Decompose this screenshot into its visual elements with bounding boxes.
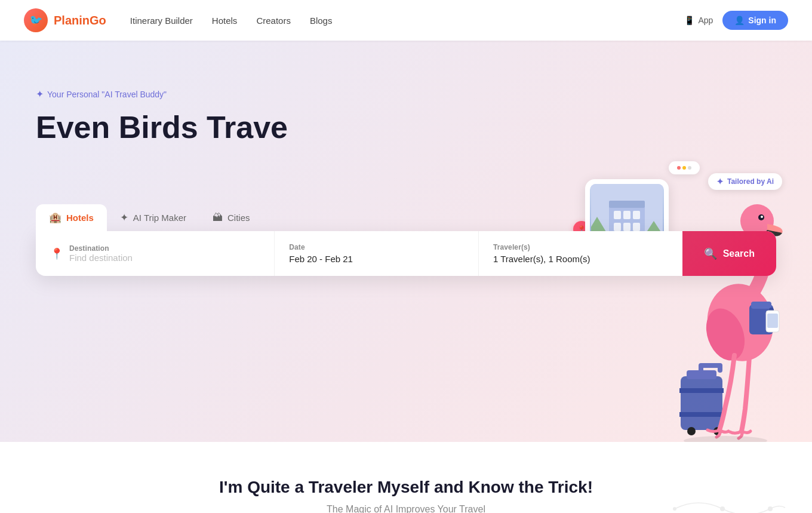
svg-rect-15	[687, 370, 716, 379]
hero-badge: ✦ Your Personal "AI Travel Buddy"	[36, 88, 167, 100]
svg-point-21	[687, 427, 696, 435]
travelers-field[interactable]: Traveler(s) 1 Traveler(s), 1 Room(s)	[479, 231, 682, 276]
hero-section: ✦ Your Personal "AI Travel Buddy" Even B…	[0, 0, 812, 442]
travelers-value: 1 Traveler(s), 1 Room(s)	[493, 254, 668, 264]
navbar: 🐦 PlaninGo Itinerary Builder Hotels Crea…	[0, 0, 812, 41]
bubble-dots	[677, 166, 691, 170]
svg-rect-20	[699, 363, 722, 368]
svg-rect-18	[699, 364, 703, 373]
dot-2	[682, 166, 686, 170]
ai-trip-tab-icon: ✦	[120, 211, 128, 224]
travelers-label: Traveler(s)	[493, 243, 668, 251]
svg-point-23	[702, 278, 780, 366]
app-button[interactable]: 📱 App	[684, 16, 713, 25]
svg-rect-19	[718, 364, 722, 373]
bottom-subtitle: The Magic of AI Improves Your Travel	[327, 504, 485, 513]
ai-trip-tab[interactable]: ✦ AI Trip Maker	[107, 204, 199, 231]
svg-rect-16	[679, 388, 724, 393]
phone-icon: 📱	[684, 16, 694, 25]
svg-rect-17	[679, 412, 724, 417]
sparkle-icon: ✦	[36, 88, 44, 100]
logo-text: PlaninGo	[54, 14, 106, 27]
logo[interactable]: 🐦 PlaninGo	[24, 8, 106, 32]
hotels-link[interactable]: Hotels	[212, 16, 238, 26]
search-panel: 📍 Destination Find destination Date Feb …	[36, 231, 776, 276]
hotels-tab-icon: 🏨	[49, 211, 61, 224]
search-icon: 🔍	[704, 247, 717, 260]
svg-rect-32	[767, 314, 778, 328]
user-icon: 👤	[734, 16, 745, 25]
svg-point-35	[768, 506, 773, 511]
flamingo-svg-wrap: ✦ Tailored by Ai 📍 📍	[573, 143, 800, 442]
itinerary-builder-link[interactable]: Itinerary Builder	[130, 16, 193, 26]
svg-point-24	[699, 303, 751, 365]
svg-point-33	[684, 436, 767, 442]
ai-star-icon: ✦	[716, 177, 724, 186]
svg-point-22	[713, 427, 722, 435]
svg-rect-14	[681, 376, 722, 430]
cities-tab-icon: 🏔	[213, 212, 223, 224]
destination-field[interactable]: 📍 Destination Find destination	[36, 231, 275, 276]
ai-badge: ✦ Tailored by Ai	[708, 173, 782, 190]
blogs-link[interactable]: Blogs	[310, 16, 333, 26]
cities-tab[interactable]: 🏔 Cities	[199, 204, 263, 231]
map-lines-decoration	[669, 491, 788, 513]
creators-link[interactable]: Creators	[256, 16, 291, 26]
dot-3	[688, 166, 691, 170]
date-field[interactable]: Date Feb 20 - Feb 21	[275, 231, 479, 276]
svg-rect-29	[751, 302, 771, 309]
date-value: Feb 20 - Feb 21	[289, 254, 464, 264]
destination-value: Find destination	[69, 253, 133, 263]
bottom-section: I'm Quite a Traveler Myself and Know the…	[0, 442, 812, 513]
svg-point-34	[720, 506, 725, 511]
hero-content: ✦ Your Personal "AI Travel Buddy" Even B…	[0, 41, 406, 204]
signin-button[interactable]: 👤 Sign in	[722, 11, 788, 30]
search-box-area: 🏨 Hotels ✦ AI Trip Maker 🏔 Cities 📍 Dest…	[0, 204, 812, 276]
bottom-title: I'm Quite a Traveler Myself and Know the…	[219, 478, 593, 497]
hotels-tab[interactable]: 🏨 Hotels	[36, 204, 107, 231]
svg-rect-30	[769, 308, 774, 328]
svg-rect-28	[749, 305, 773, 334]
date-label: Date	[289, 243, 464, 251]
hero-title: Even Birds Trave	[36, 110, 370, 145]
nav-links: Itinerary Builder Hotels Creators Blogs	[130, 16, 333, 26]
search-button[interactable]: 🔍 Search	[682, 231, 776, 276]
destination-label: Destination	[69, 244, 133, 253]
dot-1	[677, 166, 681, 170]
svg-point-36	[673, 507, 676, 511]
svg-rect-31	[766, 311, 779, 332]
destination-field-content: Destination Find destination	[69, 244, 133, 263]
logo-icon: 🐦	[24, 8, 48, 32]
navbar-left: 🐦 PlaninGo Itinerary Builder Hotels Crea…	[24, 8, 332, 32]
pin-icon: 📍	[50, 247, 63, 260]
chat-bubble	[669, 161, 700, 174]
search-tabs: 🏨 Hotels ✦ AI Trip Maker 🏔 Cities	[36, 204, 776, 231]
navbar-right: 📱 App 👤 Sign in	[684, 11, 788, 30]
